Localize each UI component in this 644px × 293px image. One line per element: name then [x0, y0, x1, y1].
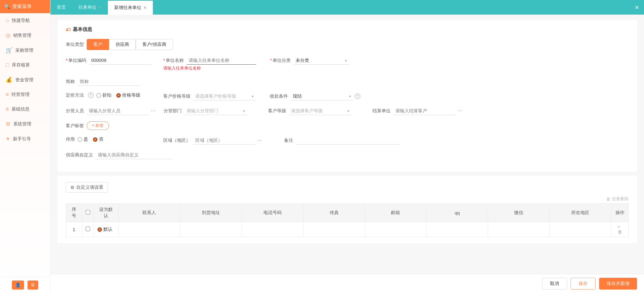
payment-terms-select[interactable]: 现结 — [291, 92, 353, 100]
table-header-: 传真 — [303, 204, 365, 222]
save-new-button[interactable]: 保存并新增 — [599, 278, 637, 290]
row-default-radio[interactable] — [97, 227, 102, 232]
cancel-button[interactable]: 取消 — [542, 278, 567, 290]
custom-settings-button[interactable]: ⚙ 自定义项设置 — [66, 182, 108, 193]
sidebar-item-finance[interactable]: 💰资金管理 — [0, 72, 50, 87]
row-region-input[interactable] — [553, 227, 607, 232]
row-phone-input[interactable] — [245, 227, 300, 232]
abbreviation-label: 简称 — [66, 79, 75, 85]
supplier-custom-input[interactable] — [96, 151, 172, 159]
abbreviation-field: 简称 — [66, 78, 156, 86]
sidebar-settings-btn[interactable]: ⚙ — [28, 280, 38, 290]
settlement-unit-input[interactable] — [393, 107, 456, 115]
row-checkbox-input[interactable] — [86, 227, 90, 231]
row-phone[interactable] — [242, 222, 303, 237]
disabled-yes-radio[interactable] — [78, 137, 82, 142]
department-field: 分管部门 请输入分管部门 — [164, 107, 254, 115]
add-tag-button[interactable]: + 标签 — [87, 121, 109, 130]
region-input[interactable] — [193, 136, 256, 145]
row-wechat-input[interactable] — [492, 227, 546, 232]
disabled-no-label[interactable]: 否 — [93, 136, 103, 143]
row-contact-input[interactable] — [122, 227, 176, 232]
customer-level-select[interactable]: 请选择客户等级 — [289, 107, 352, 115]
tab-new-partner-label: 新增往来单位 — [114, 5, 141, 11]
abbreviation-input[interactable] — [78, 78, 140, 86]
search-menu-button[interactable]: 🔍 搜索菜单 — [0, 0, 50, 13]
payment-terms-label: 收款条件 — [270, 93, 288, 99]
unit-name-field: *单位名称 请输入往来单位名称 — [163, 56, 256, 71]
save-button[interactable]: 保存 — [571, 278, 596, 290]
sidebar-item-guide[interactable]: ✦新手引导 — [0, 131, 50, 146]
unit-code-input[interactable] — [89, 56, 152, 65]
row-qq-input[interactable] — [430, 227, 484, 232]
row-address-input[interactable] — [184, 227, 238, 232]
row-qq[interactable] — [426, 222, 488, 237]
sidebar-item-purchase[interactable]: 🛒采购管理 — [0, 43, 50, 58]
table-header-checkbox[interactable] — [86, 210, 90, 214]
disabled-label: 停用 — [66, 136, 75, 143]
settlement-unit-more-btn[interactable]: ··· — [456, 108, 463, 114]
unit-category-field: *单位分类 未分类 — [270, 56, 361, 65]
pricing-help-icon[interactable]: ? — [88, 92, 94, 98]
disabled-radio-group: 是 否 — [78, 136, 103, 143]
sidebar-icon-guide: ✦ — [6, 136, 10, 142]
sidebar-item-inventory[interactable]: □库存核算 — [0, 58, 50, 72]
sidebar-item-quick-nav[interactable]: ⌂快捷导航 — [0, 13, 50, 28]
row-email[interactable] — [365, 222, 426, 237]
type-btn-customer[interactable]: 客户 — [87, 39, 109, 50]
disabled-no-radio[interactable] — [93, 137, 97, 142]
tab-partner-label: 往来单位 — [78, 4, 96, 10]
payment-terms-help-icon[interactable]: ? — [355, 93, 360, 99]
customer-tags-label: 客户标签 — [66, 123, 84, 129]
table-header-: 操作 — [611, 204, 629, 222]
row-checkbox[interactable] — [82, 222, 94, 237]
pricing-level-radio[interactable] — [116, 93, 121, 98]
sidebar-item-sales[interactable]: ◎销售管理 — [0, 28, 50, 43]
tab-new-partner-close[interactable]: ✕ — [143, 6, 147, 10]
row-fax[interactable] — [303, 222, 365, 237]
pricing-discount-label[interactable]: 折扣 — [96, 92, 111, 98]
row-actions: + 🗑 — [611, 222, 629, 237]
row-fax-input[interactable] — [307, 227, 361, 232]
manager-row: 分管人员 ··· 分管部门 请输入分管部门 客户等级 — [66, 107, 629, 115]
row-contact[interactable] — [119, 222, 180, 237]
customer-price-level-select-wrapper: 请选择客户价格等级 — [193, 92, 256, 100]
pricing-level-label[interactable]: 价格等级 — [116, 92, 140, 98]
region-more-btn[interactable]: ··· — [256, 137, 263, 144]
tab-bar: 首页 往来单位 ✕ 新增往来单位 ✕ ✕ — [50, 0, 644, 15]
remarks-input[interactable] — [296, 136, 400, 145]
tab-partner[interactable]: 往来单位 ✕ — [72, 0, 108, 15]
tab-partner-close[interactable]: ✕ — [99, 5, 102, 10]
sidebar-icon-quick-nav: ⌂ — [6, 17, 9, 24]
sidebar-item-system[interactable]: ⚙系统管理 — [0, 116, 50, 131]
tab-bar-close-all[interactable]: ✕ — [630, 4, 644, 11]
sidebar-user-btn[interactable]: 👤 — [12, 280, 24, 290]
type-btn-supplier[interactable]: 供应商 — [109, 39, 136, 50]
unit-name-input[interactable] — [187, 56, 256, 65]
tab-new-partner[interactable]: 新增往来单位 ✕ — [108, 0, 153, 15]
settlement-unit-field: 结算单位 ··· — [372, 107, 463, 115]
department-select[interactable]: 请输入分管部门 — [184, 107, 247, 115]
sidebar-item-operations[interactable]: ≡经营管理 — [0, 87, 50, 102]
pricing-discount-radio[interactable] — [96, 93, 101, 98]
row-delete-btn[interactable]: 🗑 — [618, 229, 622, 235]
batch-delete-label[interactable]: 批量删除 — [612, 196, 629, 202]
row-wechat[interactable] — [488, 222, 550, 237]
disabled-yes-label[interactable]: 是 — [78, 136, 88, 143]
sidebar-icon-sales: ◎ — [6, 32, 10, 39]
customer-price-level-select[interactable]: 请选择客户价格等级 — [193, 92, 256, 100]
row-region[interactable] — [550, 222, 611, 237]
row-default-label[interactable]: 默认 — [97, 226, 115, 233]
table-header-: 联系人 — [119, 204, 180, 222]
manager-more-btn[interactable]: ··· — [149, 108, 157, 114]
row-address[interactable] — [180, 222, 242, 237]
type-btn-both[interactable]: 客户/供应商 — [136, 39, 173, 50]
row-add-btn[interactable]: + — [618, 224, 620, 229]
row-email-input[interactable] — [369, 227, 423, 232]
table-header-: 到货地址 — [180, 204, 242, 222]
unit-category-select[interactable]: 未分类 — [293, 56, 349, 65]
tab-home[interactable]: 首页 — [50, 0, 72, 15]
manager-input[interactable] — [87, 107, 149, 115]
sidebar-item-basic-info[interactable]: ≡基础信息 — [0, 102, 50, 116]
settings-icon: ⚙ — [70, 185, 74, 190]
